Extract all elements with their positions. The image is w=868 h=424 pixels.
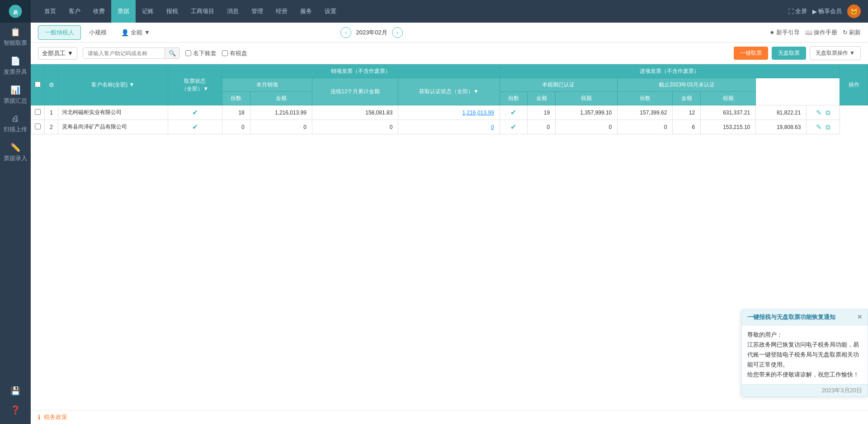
employee-label: 全部员工 <box>42 49 66 57</box>
row1-customer: 河北柯磁柜实业有限公司 <box>58 105 168 120</box>
sidebar-item-piaohuizhong[interactable]: 📊 票据汇总 <box>0 81 31 110</box>
th-uncert-tax: 税额 <box>701 92 756 105</box>
th-cumulative: 连续12个月累计金额 <box>312 78 398 105</box>
notification-close-btn[interactable]: ✕ <box>857 314 862 320</box>
topnav-shouye[interactable]: 首页 <box>38 0 62 23</box>
tab-yiban-label: 一般纳税人 <box>45 29 74 37</box>
youzhuepan-input[interactable] <box>222 50 228 56</box>
row1-edit-icon[interactable]: ✎ <box>816 109 822 117</box>
xinshou-yindao-btn[interactable]: ★ 新手引导 <box>769 29 800 37</box>
row1-checkbox[interactable] <box>35 109 41 115</box>
month-nav: ‹ 2023年02月 › <box>340 27 402 38</box>
prev-month-btn[interactable]: ‹ <box>340 27 351 38</box>
row2-customer: 灵寿县尚泽矿产品有限公司 <box>58 120 168 134</box>
table-row: 2 灵寿县尚泽矿产品有限公司 ✔ 0 0 0 0 ✔ 0 0 <box>31 120 868 134</box>
th-cert-count: 份数 <box>500 92 528 105</box>
row1-uncert-amount: 631,337.21 <box>701 105 756 120</box>
tax-policy-link[interactable]: 税务政策 <box>44 413 67 421</box>
main-table: ⚙ 客户名称(全部) ▼ 取票状态（全部）▼ 销项发票（不含作废票） 进项发票（… <box>31 64 868 134</box>
tab-quanneng-label: 全能 <box>131 29 142 37</box>
sidebar-item-help[interactable]: ❓ <box>0 400 31 419</box>
th-cert-amount: 金额 <box>528 92 556 105</box>
youzhuepan-checkbox[interactable]: 有税盘 <box>222 49 247 57</box>
notification-header: 一键报税与无盘取票功能恢复通知 ✕ <box>742 310 868 325</box>
piaohuizhong-icon: 📊 <box>10 85 20 95</box>
row2-num: 2 <box>45 120 58 134</box>
wupan-qupiao-btn[interactable]: 无盘取票 <box>772 47 806 60</box>
sidebar-item-piaoludaoru[interactable]: ✏️ 票据录入 <box>0 138 31 167</box>
avatar-icon: 🐱 <box>850 8 858 15</box>
search-input[interactable] <box>83 48 165 58</box>
svg-text:易: 易 <box>13 10 18 15</box>
sidebar-item-zhiqupiao[interactable]: 📋 智能取票 <box>0 23 31 52</box>
tab-xiaogui-label: 小规模 <box>89 29 107 37</box>
search-button[interactable]: 🔍 <box>165 48 179 58</box>
check-icon: ✔ <box>510 109 516 116</box>
tab-yibannasuiren[interactable]: 一般纳税人 <box>38 25 81 40</box>
row2-month-tax: 0 <box>312 120 398 134</box>
sidebar-item-saomiaoshangchuan[interactable]: 🖨 扫描上传 <box>0 110 31 138</box>
th-zhizhi-uncert: 截止2023年03月未认证 <box>618 78 756 92</box>
topnav-piaoju[interactable]: 票据 <box>111 0 136 23</box>
notification-date: 2023年3月20日 <box>821 387 862 394</box>
chevron-down-icon: ▼ <box>67 50 73 57</box>
member-btn[interactable]: ▶ 畅享会员 <box>812 7 842 15</box>
row1-checkbox-cell <box>31 105 45 120</box>
shuaxin-btn[interactable]: ↻ 刷新 <box>843 29 861 37</box>
th-month-count: 份数 <box>222 92 250 105</box>
row1-cert-amount: 1,357,999.10 <box>556 105 618 120</box>
row2-checkbox[interactable] <box>35 124 41 129</box>
fullscreen-btn[interactable]: ⛶ 全屏 <box>788 7 807 15</box>
topnav-jingying[interactable]: 经营 <box>269 0 294 23</box>
tab-quanneng[interactable]: 👤 全能 ▼ <box>115 26 156 39</box>
caozuoshouce-btn[interactable]: 📖 操作手册 <box>805 29 837 37</box>
sidebar-item-fapiaokaiju[interactable]: 📄 发票开具 <box>0 52 31 81</box>
current-month: 2023年02月 <box>356 29 387 37</box>
row2-edit-icon[interactable]: ✎ <box>816 123 822 131</box>
notification-scroll[interactable]: 尊敬的用户： 江苏政务网已恢复访问电子税务局功能，易代账一键登陆电子税务局与无盘… <box>742 325 868 384</box>
yijian-qupiao-btn[interactable]: 一键取票 <box>734 47 768 60</box>
table-row: 1 河北柯磁柜实业有限公司 ✔ 18 1,216,013.99 158,081.… <box>31 105 868 120</box>
mingxiazhangset-checkbox[interactable]: 名下账套 <box>185 49 217 57</box>
topnav-baoshui[interactable]: 报税 <box>160 0 184 23</box>
sidebar-bottom: 💾 ❓ <box>0 381 31 424</box>
row1-cumulative[interactable]: 1,216,013.99 <box>398 105 500 120</box>
th-huoqu-cert-status: 获取认证状态（全部）▼ <box>398 78 500 105</box>
sidebar-item-download[interactable]: 💾 <box>0 381 31 400</box>
th-settings-icon: ⚙ <box>45 65 58 105</box>
row2-uncert-amount: 153,215.10 <box>701 120 756 134</box>
row2-cumulative[interactable]: 0 <box>398 120 500 134</box>
topnav-gongshang[interactable]: 工商项目 <box>184 0 221 23</box>
avatar[interactable]: 🐱 <box>847 5 861 18</box>
topnav-kehu[interactable]: 客户 <box>62 0 87 23</box>
tab-xiaogui[interactable]: 小规模 <box>83 26 113 39</box>
chevron-down-icon: ▼ <box>144 29 150 36</box>
topnav-fuwu[interactable]: 服务 <box>294 0 318 23</box>
notification-line2: 江苏政务网已恢复访问电子税务局功能，易代账一键登陆电子税务局与无盘取票相关功能可… <box>747 340 862 370</box>
mingxiazhangset-input[interactable] <box>185 50 191 56</box>
row2-checkbox-cell <box>31 120 45 134</box>
employee-select[interactable]: 全部员工 ▼ <box>38 47 77 60</box>
zhiqupiao-icon: 📋 <box>10 27 20 37</box>
select-all-checkbox[interactable] <box>35 81 41 87</box>
th-action: 操作 <box>840 65 868 105</box>
row1-month-count: 18 <box>222 105 250 120</box>
topnav-jizhan[interactable]: 记账 <box>136 0 160 23</box>
notification-title: 一键报税与无盘取票功能恢复通知 <box>747 313 835 321</box>
topnav-xiaoxi[interactable]: 消息 <box>221 0 245 23</box>
wupan-caozuo-btn[interactable]: 无盘取票操作 ▼ <box>810 46 861 60</box>
piaoludaoru-icon: ✏️ <box>10 143 20 152</box>
row2-copy-icon[interactable]: ⧉ <box>826 123 830 131</box>
star-icon: ★ <box>769 29 775 36</box>
check-icon: ✔ <box>510 123 516 131</box>
th-benyuexiaoxiang: 本月销项 <box>222 78 312 92</box>
topnav-shezhi[interactable]: 设置 <box>318 0 343 23</box>
notification-line3: 给您带来的不便敬请谅解，祝您工作愉快！ <box>747 370 862 380</box>
topnav-guanli[interactable]: 管理 <box>245 0 269 23</box>
notification-body: 尊敬的用户： 江苏政务网已恢复访问电子税务局功能，易代账一键登陆电子税务局与无盘… <box>742 325 868 384</box>
row1-copy-icon[interactable]: ⧉ <box>826 109 830 117</box>
next-month-btn[interactable]: › <box>392 27 403 38</box>
th-qupiao-status: 取票状态（全部）▼ <box>168 65 222 105</box>
topnav-shoufei[interactable]: 收费 <box>87 0 111 23</box>
member-icon: ▶ <box>812 8 817 15</box>
